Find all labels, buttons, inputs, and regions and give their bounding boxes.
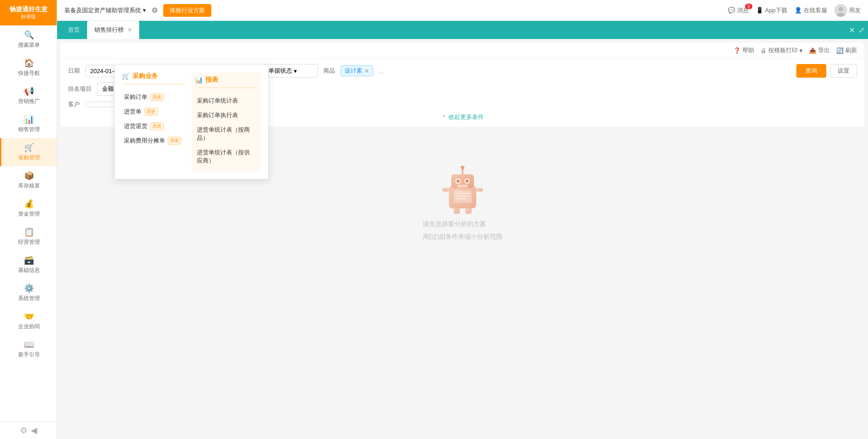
online-service-label: 在线客服 xyxy=(804,6,827,15)
tab-sales-ranking[interactable]: 销售排行榜 ✕ xyxy=(87,21,139,39)
collapse-label: 收起更多条件 xyxy=(449,113,484,121)
purchase-business-title: 🛒 采购业务 xyxy=(122,72,184,84)
svg-point-7 xyxy=(457,180,459,183)
print-button[interactable]: 🖨 按模板打印 ▾ xyxy=(761,46,803,54)
customer-label: 客户 xyxy=(68,100,80,109)
sidebar-item-search[interactable]: 🔍 搜索菜单 xyxy=(0,25,57,54)
refresh-label: 刷新 xyxy=(845,46,857,54)
trial-button[interactable]: 体验行业方案 xyxy=(163,4,211,17)
home-icon: 🏠 xyxy=(24,58,34,68)
sidebar-item-finance[interactable]: 💰 资金管理 xyxy=(0,194,57,222)
topbar: 装备及固定资产辅助管理系统 ▾ ⚙ 体验行业方案 💬 消息 9 📱 App下载 … xyxy=(57,0,868,21)
tabbar-actions: ✕ ⤢ xyxy=(849,26,864,35)
history-badge-3: 历史 xyxy=(168,137,181,145)
tab-home-label: 首页 xyxy=(68,26,80,34)
sidebar-item-label: 新手引导 xyxy=(18,351,40,359)
guide-icon: 📖 xyxy=(24,340,34,350)
svg-rect-14 xyxy=(454,207,460,214)
sidebar-item-inventory[interactable]: 📦 库存核算 xyxy=(0,166,57,194)
refresh-icon: 🔄 xyxy=(836,47,844,54)
svg-rect-13 xyxy=(476,188,483,192)
sidebar-item-sales[interactable]: 📊 销售管理 xyxy=(0,110,57,138)
app-download-button[interactable]: 📱 App下载 xyxy=(756,6,787,15)
menu-item-cost[interactable]: 采购费用分摊单 历史 xyxy=(122,133,184,148)
search-icon: 🔍 xyxy=(24,30,34,40)
sales-icon: 📊 xyxy=(24,114,34,124)
order-stats-label: 采购订单统计表 xyxy=(197,97,238,105)
topbar-right: 💬 消息 9 📱 App下载 👤 在线客服 用友 xyxy=(728,4,861,17)
help-label: 帮助 xyxy=(742,46,754,54)
sidebar-collapse-button[interactable]: ◀ xyxy=(31,425,37,435)
sidebar-item-label: 系统管理 xyxy=(18,295,40,302)
sidebar-item-guide[interactable]: 📖 新手引导 xyxy=(0,335,57,363)
system-icon: ⚙️ xyxy=(24,283,34,293)
action-toolbar: ❓ 帮助 🖨 按模板打印 ▾ 📤 导出 🔄 刷新 xyxy=(61,43,864,58)
sidebar-settings-button[interactable]: ⚙ xyxy=(20,425,27,435)
menu-item-incoming-stats-goods[interactable]: 进货单统计表（按商品） xyxy=(195,123,257,145)
topbar-settings-icon[interactable]: ⚙ xyxy=(151,6,158,15)
export-label: 导出 xyxy=(818,46,830,54)
sidebar-item-label: 资金管理 xyxy=(18,210,40,218)
marketing-icon: 📢 xyxy=(24,86,34,96)
menu-item-incoming[interactable]: 进货单 历史 xyxy=(122,104,184,119)
query-button[interactable]: 查询 xyxy=(796,64,826,78)
help-icon: ❓ xyxy=(733,47,741,54)
svg-rect-11 xyxy=(457,185,468,187)
system-title: 装备及固定资产辅助管理系统 xyxy=(64,6,141,15)
incoming-stats-goods-label: 进货单统计表（按商品） xyxy=(197,126,255,142)
enterprise-icon: 🤝 xyxy=(24,311,34,321)
sidebar-item-basic-info[interactable]: 🗃️ 基础信息 xyxy=(0,251,57,279)
menu-item-incoming-stats-supplier[interactable]: 进货单统计表（按供应商） xyxy=(195,145,257,168)
user-profile[interactable]: 用友 xyxy=(834,4,861,17)
export-button[interactable]: 📤 导出 xyxy=(809,46,830,54)
incoming-stats-supplier-label: 进货单统计表（按供应商） xyxy=(197,148,255,165)
sidebar: 畅捷通好生意 标准版 🔍 搜索菜单 🏠 快捷导航 📢 营销推广 📊 销售管理 🛒… xyxy=(0,0,57,439)
menu-item-order-exec[interactable]: 采购订单执行表 xyxy=(195,108,257,123)
purchase-report-col: 📊 报表 采购订单统计表 采购订单执行表 进货单统计表（按商品） xyxy=(191,72,261,172)
purchase-dropdown-menu[interactable]: 🛒 采购业务 采购订单 历史 进货单 历史 进货退货 xyxy=(114,64,268,179)
incoming-label: 进货单 xyxy=(124,108,141,116)
operations-icon: 📋 xyxy=(24,227,34,237)
chevron-down-icon: ▾ xyxy=(294,68,297,74)
online-service-button[interactable]: 👤 在线客服 xyxy=(795,6,827,15)
history-badge-1: 历史 xyxy=(144,108,158,116)
tab-home[interactable]: 首页 xyxy=(61,21,87,39)
svg-rect-15 xyxy=(465,207,472,214)
goods-tag[interactable]: 设计素 ✕ xyxy=(341,65,373,76)
logo-sub: 标准版 xyxy=(21,13,36,20)
purchase-business-col: 🛒 采购业务 采购订单 历史 进货单 历史 进货退货 xyxy=(122,72,184,172)
menu-item-purchase-order[interactable]: 采购订单 历史 xyxy=(122,90,184,104)
svg-point-1 xyxy=(839,7,843,11)
basic-info-icon: 🗃️ xyxy=(24,255,34,265)
help-button[interactable]: ❓ 帮助 xyxy=(733,46,754,54)
menu-item-return[interactable]: 进货退货 历史 xyxy=(122,119,184,133)
goods-tag-close-icon[interactable]: ✕ xyxy=(364,68,369,74)
svg-point-10 xyxy=(461,166,464,169)
tab-close-icon[interactable]: ✕ xyxy=(127,27,132,33)
settings-button[interactable]: 设置 xyxy=(830,64,857,78)
sidebar-item-label: 库存核算 xyxy=(18,182,40,190)
voucher-status-value: 单据状态 xyxy=(268,67,292,75)
return-label: 进货退货 xyxy=(124,122,147,130)
tab-close-all-button[interactable]: ✕ xyxy=(849,26,855,35)
empty-robot-icon xyxy=(435,163,490,217)
dropdown-chevron-icon: ▾ xyxy=(143,7,146,14)
sidebar-item-marketing[interactable]: 📢 营销推广 xyxy=(0,82,57,110)
sidebar-item-system[interactable]: ⚙️ 系统管理 xyxy=(0,279,57,307)
system-title-dropdown[interactable]: 装备及固定资产辅助管理系统 ▾ xyxy=(64,6,146,15)
sidebar-item-quick-nav[interactable]: 🏠 快捷导航 xyxy=(0,54,57,82)
voucher-status-select[interactable]: 单据状态 ▾ xyxy=(263,64,318,78)
goods-more-button[interactable]: ... xyxy=(379,68,384,74)
rank-label: 排名项目 xyxy=(68,85,92,93)
inventory-icon: 📦 xyxy=(24,171,34,181)
menu-item-order-stats[interactable]: 采购订单统计表 xyxy=(195,94,257,108)
sidebar-item-enterprise[interactable]: 🤝 企业协同 xyxy=(0,307,57,335)
refresh-button[interactable]: 🔄 刷新 xyxy=(836,46,857,54)
messages-button[interactable]: 💬 消息 9 xyxy=(728,6,749,15)
sidebar-item-label: 基础信息 xyxy=(18,266,40,274)
tab-maximize-button[interactable]: ⤢ xyxy=(858,26,864,35)
sidebar-item-purchase[interactable]: 🛒 采购管理 xyxy=(0,138,57,166)
sidebar-bottom: ⚙ ◀ xyxy=(0,421,57,439)
sidebar-item-operations[interactable]: 📋 经营管理 xyxy=(0,222,57,251)
purchase-business-label: 采购业务 xyxy=(132,72,158,80)
